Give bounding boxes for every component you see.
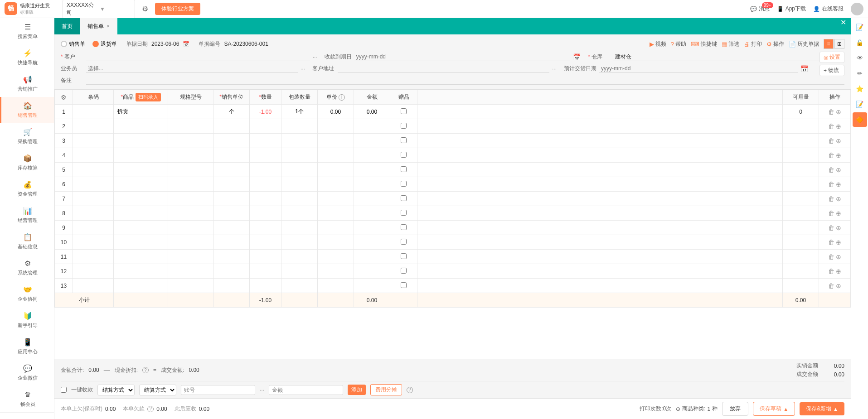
row-unit-4[interactable] (213, 148, 250, 163)
rp-star-icon[interactable]: ⭐ (853, 82, 867, 96)
sidebar-bottom-settings[interactable]: ⚙ (0, 416, 54, 419)
video-button[interactable]: ▶ 视频 (650, 40, 666, 48)
row-barcode-10[interactable] (73, 235, 114, 250)
row-qty-7[interactable] (250, 192, 281, 206)
row-pkgqty-12[interactable] (281, 264, 318, 279)
row-barcode-9[interactable] (73, 221, 114, 235)
row-product-6[interactable] (114, 177, 168, 192)
history-button[interactable]: 📄 历史单据 (789, 40, 819, 48)
sidebar-item-inventory[interactable]: 📦 库存核算 (0, 149, 54, 176)
calendar-icon[interactable]: 📅 (183, 41, 189, 47)
row-amount-4[interactable] (354, 148, 390, 163)
print-button[interactable]: 🖨 打印 (744, 40, 762, 48)
row-delete-icon-1[interactable]: 🗑 (828, 108, 834, 116)
fee-help-icon[interactable]: ? (407, 387, 413, 393)
rp-edit-icon[interactable]: 📝 (853, 20, 867, 34)
row-qty-11[interactable] (250, 250, 281, 264)
row-copy-icon-7[interactable]: ⊕ (836, 195, 841, 202)
row-price-13[interactable] (318, 279, 354, 293)
sidebar-item-enterprise[interactable]: 🤝 企业协同 (0, 281, 54, 307)
customer-ellipsis[interactable]: ··· (313, 54, 317, 60)
row-product-12[interactable] (114, 264, 168, 279)
tab-sales-order[interactable]: 销售单 × (80, 18, 117, 34)
row-delete-icon-3[interactable]: 🗑 (828, 137, 834, 144)
row-delete-icon-4[interactable]: 🗑 (828, 152, 834, 159)
row-product-11[interactable] (114, 250, 168, 264)
row-gift-8[interactable] (390, 206, 417, 221)
row-copy-icon-10[interactable]: ⊕ (836, 239, 841, 246)
row-spec-10[interactable] (168, 235, 213, 250)
sidebar-item-quick-nav[interactable]: ⚡ 快捷导航 (0, 44, 54, 71)
row-spec-1[interactable] (168, 105, 213, 119)
row-pkgqty-2[interactable] (281, 119, 318, 134)
row-price-11[interactable] (318, 250, 354, 264)
row-unit-1[interactable] (213, 105, 250, 119)
row-spec-7[interactable] (168, 192, 213, 206)
row-pkgqty-11[interactable] (281, 250, 318, 264)
add-payment-button[interactable]: 添加 (348, 385, 366, 395)
row-delete-icon-12[interactable]: 🗑 (828, 268, 834, 275)
amount-input[interactable] (269, 385, 343, 395)
row-qty-3[interactable] (250, 134, 281, 148)
row-copy-icon-9[interactable]: ⊕ (836, 224, 841, 231)
row-unit-7[interactable] (213, 192, 250, 206)
est-delivery-calendar-icon[interactable]: 📅 (800, 65, 808, 72)
row-pkgqty-6[interactable] (281, 177, 318, 192)
row-spec-12[interactable] (168, 264, 213, 279)
row-gift-9[interactable] (390, 221, 417, 235)
row-barcode-1[interactable] (73, 105, 114, 119)
row-gift-10[interactable] (390, 235, 417, 250)
sidebar-item-app-center[interactable]: 📱 应用中心 (0, 333, 54, 360)
salesperson-input[interactable] (86, 64, 298, 73)
row-barcode-3[interactable] (73, 134, 114, 148)
row-pkgqty-9[interactable] (281, 221, 318, 235)
row-product-4[interactable] (114, 148, 168, 163)
shortcut-button[interactable]: ⌨ 快捷键 (691, 40, 717, 48)
row-price-4[interactable] (318, 148, 354, 163)
rp-pencil-icon[interactable]: ✏ (853, 66, 867, 81)
warehouse-input[interactable] (613, 53, 837, 61)
row-price-7[interactable] (318, 192, 354, 206)
row-pkgqty-10[interactable] (281, 235, 318, 250)
row-product-1[interactable] (114, 105, 168, 119)
rp-view-icon[interactable]: 👁 (853, 51, 867, 65)
row-delete-icon-6[interactable]: 🗑 (828, 181, 834, 188)
row-product-2[interactable] (114, 119, 168, 134)
row-barcode-5[interactable] (73, 163, 114, 177)
row-delete-icon-10[interactable]: 🗑 (828, 239, 834, 246)
row-barcode-7[interactable] (73, 192, 114, 206)
row-amount-11[interactable] (354, 250, 390, 264)
row-copy-icon-3[interactable]: ⊕ (836, 137, 841, 144)
row-gift-11[interactable] (390, 250, 417, 264)
settings-gear-button[interactable]: ⚙ (139, 3, 151, 15)
row-amount-10[interactable] (354, 235, 390, 250)
row-barcode-2[interactable] (73, 119, 114, 134)
row-barcode-6[interactable] (73, 177, 114, 192)
row-pkgqty-5[interactable] (281, 163, 318, 177)
row-spec-4[interactable] (168, 148, 213, 163)
row-pkgqty-8[interactable] (281, 206, 318, 221)
save-draft-button[interactable]: 保存草稿 ▲ (753, 402, 795, 416)
ops-button[interactable]: ⚙ 操作 (766, 40, 784, 48)
payment-method-select[interactable]: 结算方式 (97, 385, 135, 395)
row-copy-icon-5[interactable]: ⊕ (836, 166, 841, 173)
sidebar-item-search-order[interactable]: ☰ 搜索菜单 (0, 18, 54, 44)
row-qty-13[interactable] (250, 279, 281, 293)
row-spec-3[interactable] (168, 134, 213, 148)
row-gift-5[interactable] (390, 163, 417, 177)
row-spec-5[interactable] (168, 163, 213, 177)
product-kind-radio[interactable]: ⊙ (676, 406, 680, 412)
row-gift-3[interactable] (390, 134, 417, 148)
sidebar-item-system[interactable]: ⚙ 系统管理 (0, 255, 54, 281)
notes-input[interactable] (86, 76, 844, 85)
row-barcode-11[interactable] (73, 250, 114, 264)
row-price-12[interactable] (318, 264, 354, 279)
row-delete-icon-7[interactable]: 🗑 (828, 195, 834, 202)
row-copy-icon-1[interactable]: ⊕ (836, 108, 841, 116)
row-amount-7[interactable] (354, 192, 390, 206)
row-qty-2[interactable] (250, 119, 281, 134)
logistics-button[interactable]: + 物流 (820, 65, 844, 76)
row-product-8[interactable] (114, 206, 168, 221)
row-qty-12[interactable] (250, 264, 281, 279)
row-product-5[interactable] (114, 163, 168, 177)
